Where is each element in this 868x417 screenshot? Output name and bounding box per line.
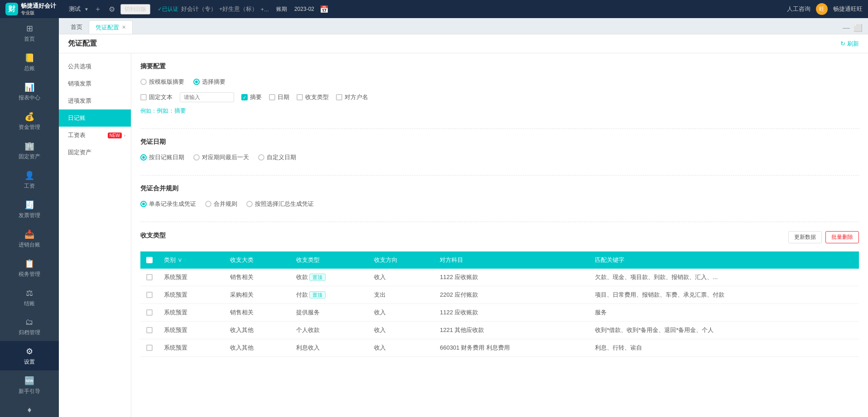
radio-custom-date-label: 自定义日期	[267, 153, 296, 161]
row-major: 收入其他	[225, 339, 291, 357]
type-tag: 置顶	[309, 274, 326, 281]
row-major: 采购相关	[225, 286, 291, 304]
sidebar-item-asset[interactable]: 🏢 固定资产	[0, 136, 59, 165]
table-row: 系统预置 收入其他 利息收入 收入 660301 财务费用 利息费用 利息、行转…	[140, 339, 859, 357]
sidebar-label-purchase: 进销台账	[19, 241, 40, 249]
sidebar-item-archive[interactable]: 🗂 归档管理	[0, 312, 59, 341]
sidebar-item-tax[interactable]: 📋 税务管理	[0, 253, 59, 283]
sidebar-item-salary[interactable]: 👤 工资	[0, 165, 59, 194]
sidebar-item-settings[interactable]: ⚙ 设置	[0, 341, 59, 370]
radio-summary-total[interactable]: 按照选择汇总生成凭证	[246, 200, 314, 208]
update-data-button[interactable]: 更新数据	[788, 231, 822, 243]
row-major: 销售相关	[225, 304, 291, 322]
tax-icon: 📋	[24, 259, 34, 269]
sidebar-item-home[interactable]: ⊞ 首页	[0, 18, 59, 47]
row-category: 系统预置	[158, 286, 225, 304]
switch-version-button[interactable]: 切到旧版	[120, 4, 150, 14]
row-checkbox-cell	[140, 339, 158, 357]
radio-merge-rule[interactable]: 合并规则	[205, 200, 237, 208]
left-nav-purchase-invoice[interactable]: 进项发票	[59, 92, 131, 109]
sidebar-item-fund[interactable]: 💰 资金管理	[0, 106, 59, 136]
header-right: 人工咨询 旺 畅捷通旺旺	[787, 3, 863, 15]
settings-gear-icon[interactable]: ⚙	[107, 5, 117, 14]
sidebar-label-salary: 工资	[24, 182, 35, 190]
radio-period-last[interactable]: 对应期间最后一天	[193, 153, 249, 161]
tab-close-icon[interactable]: ✕	[122, 24, 126, 30]
row-account: 1122 应收账款	[434, 269, 590, 286]
type-checkbox	[297, 94, 303, 100]
sidebar-label-fund: 资金管理	[19, 123, 40, 131]
minimize-icon[interactable]: —	[843, 24, 850, 32]
radio-journal-date[interactable]: 按日记账日期	[140, 153, 184, 161]
voucher-date-title: 凭证日期	[140, 138, 859, 146]
left-nav-payroll[interactable]: 工资表 NEW ›	[59, 127, 131, 144]
report-icon: 📊	[24, 82, 34, 92]
user-avatar[interactable]: 旺	[816, 3, 828, 15]
checkbox-counterparty[interactable]: 对方户名	[336, 93, 368, 101]
page-header: 凭证配置 ↻ 刷新	[59, 34, 868, 53]
help-link[interactable]: 人工咨询	[787, 5, 810, 13]
sidebar-item-guide[interactable]: 🆕 新手引导	[0, 370, 59, 400]
radio-single-voucher[interactable]: 单条记录生成凭证	[140, 200, 196, 208]
logo-icon: 财	[5, 3, 18, 15]
summary-checkbox-group: 固定文本 ✓ 摘要 日期	[140, 92, 859, 102]
sidebar-item-purchase[interactable]: 📥 进销台账	[0, 224, 59, 253]
fixed-text-input[interactable]	[180, 92, 234, 102]
sidebar-item-member[interactable]: ♦ 畅会员	[0, 400, 59, 417]
sidebar-item-settlement[interactable]: ⚖ 结账	[0, 283, 59, 312]
maximize-icon[interactable]: ⬜	[854, 24, 863, 32]
row-keywords: 利息、行转、诶自	[590, 339, 859, 357]
row-category: 系统预置	[158, 304, 225, 322]
row-checkbox-cell	[140, 304, 158, 322]
left-nav-fixed-assets[interactable]: 固定资产	[59, 144, 131, 161]
left-nav-daily-ledger[interactable]: 日记账	[59, 109, 131, 127]
row-checkbox[interactable]	[146, 274, 153, 280]
product-tag-3: +...	[261, 6, 269, 13]
row-checkbox[interactable]	[146, 327, 153, 333]
row-checkbox[interactable]	[146, 309, 153, 316]
left-nav-public[interactable]: 公共选项	[59, 58, 131, 75]
row-category: 系统预置	[158, 339, 225, 357]
company-dropdown-icon[interactable]: ▼	[84, 7, 89, 12]
merge-rules-title: 凭证合并规则	[140, 185, 859, 193]
voucher-date-radio-group: 按日记账日期 对应期间最后一天 自定义日期	[140, 153, 859, 161]
summary-checkbox: ✓	[241, 94, 248, 100]
checkbox-fixed-text[interactable]: 固定文本	[140, 93, 173, 101]
radio-template-summary[interactable]: 按模板版摘要	[140, 78, 184, 86]
calendar-icon[interactable]: 📅	[318, 5, 331, 14]
radio-custom-date[interactable]: 自定义日期	[258, 153, 296, 161]
row-checkbox[interactable]	[146, 345, 153, 351]
radio-summary-total-circle	[246, 201, 253, 207]
radio-select-summary[interactable]: 选择摘要	[193, 78, 225, 86]
tab-voucher-config[interactable]: 凭证配置 ✕	[89, 20, 133, 34]
table-row: 系统预置 销售相关 提供服务 收入 1122 应收账款 服务	[140, 304, 859, 322]
sidebar: ⊞ 首页 📒 总账 📊 报表中心 💰 资金管理 🏢 固定资产 👤 工资 🧾 发票…	[0, 18, 59, 417]
sidebar-item-invoice[interactable]: 🧾 发票管理	[0, 194, 59, 224]
header-checkbox[interactable]	[146, 257, 153, 263]
tab-home[interactable]: 首页	[64, 20, 89, 34]
checkbox-summary[interactable]: ✓ 摘要	[241, 93, 262, 101]
product-tag-2: +好生意（标）	[219, 5, 258, 13]
checkbox-date[interactable]: 日期	[269, 93, 289, 101]
member-icon: ♦	[27, 405, 31, 415]
new-badge: NEW	[108, 133, 122, 138]
radio-journal-date-label: 按日记账日期	[149, 153, 184, 161]
refresh-button[interactable]: ↻ 刷新	[840, 40, 859, 48]
asset-icon: 🏢	[24, 141, 34, 151]
add-icon[interactable]: ＋	[92, 5, 103, 14]
sidebar-item-report[interactable]: 📊 报表中心	[0, 77, 59, 106]
checkbox-type[interactable]: 收支类型	[297, 93, 329, 101]
sidebar-item-ledger[interactable]: 📒 总账	[0, 47, 59, 77]
left-nav-sales-invoice[interactable]: 销项发票	[59, 75, 131, 92]
app-name: 畅捷通好会计	[21, 2, 56, 10]
sidebar-label-settlement: 结账	[24, 300, 35, 308]
radio-period-last-label: 对应期间最后一天	[202, 153, 249, 161]
batch-delete-button[interactable]: 批量删除	[825, 231, 859, 243]
table-row: 系统预置 销售相关 收款 置顶 收入 1122 应收账款 欠款、现金、项目款、到…	[140, 269, 859, 286]
row-checkbox[interactable]	[146, 292, 153, 298]
ledger-icon: 📒	[24, 53, 34, 63]
voucher-date-section: 凭证日期 按日记账日期 对应期间最后一天	[140, 138, 859, 161]
row-keywords: 欠款、现金、项目款、到款、报销款、汇入、...	[590, 269, 859, 286]
row-major: 收入其他	[225, 322, 291, 339]
radio-period-last-circle	[193, 154, 200, 161]
